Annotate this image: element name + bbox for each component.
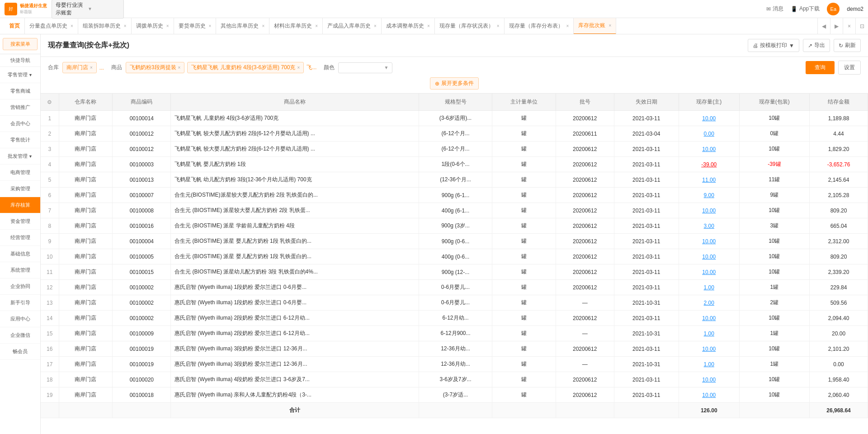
- sidebar-item-wholesale[interactable]: 批发管理 ▼: [0, 148, 40, 165]
- tab-next-btn[interactable]: ▶: [830, 18, 843, 34]
- tab-close-icon[interactable]: ×: [166, 24, 169, 28]
- sidebar-item-marketing[interactable]: 营销推广: [0, 99, 40, 116]
- app-download-btn[interactable]: 📱 App下载: [791, 5, 820, 13]
- print-btn[interactable]: 🖨 按模板打印 ▼: [748, 39, 799, 52]
- row-qty-main[interactable]: 10.00: [679, 372, 739, 387]
- tag-close-icon[interactable]: ×: [297, 65, 300, 70]
- row-qty-main[interactable]: 10.00: [679, 387, 739, 403]
- tab-prev-btn[interactable]: ◀: [817, 18, 830, 34]
- sidebar-item-app-center[interactable]: 应用中心: [0, 311, 40, 327]
- tab-close-icon[interactable]: ×: [71, 24, 73, 28]
- tab-close-icon[interactable]: ×: [209, 24, 212, 28]
- row-qty-main[interactable]: 1.00: [679, 326, 739, 341]
- tab-diaobо[interactable]: 调拨单历史 ×: [132, 18, 174, 34]
- tab-home[interactable]: 首页: [5, 18, 25, 34]
- filter-more-btn[interactable]: ...: [99, 65, 104, 71]
- row-unit: 罐: [492, 203, 556, 218]
- row-code: 00100007: [113, 188, 171, 203]
- tab-xiancunliang1[interactable]: 现存量（库存状况表） ×: [435, 18, 505, 34]
- table-total-row: 合计 126.00 26,968.64: [41, 403, 868, 418]
- tab-close-icon[interactable]: ×: [124, 24, 127, 28]
- tab-close-icon[interactable]: ×: [262, 24, 264, 28]
- export-btn[interactable]: ↗ 导出: [803, 39, 830, 52]
- tab-yaohuo[interactable]: 要货单历史 ×: [174, 18, 217, 34]
- tab-chancheng[interactable]: 产成品入库单历史 ×: [323, 18, 382, 34]
- tab-cailiao[interactable]: 材料出库单历史 ×: [269, 18, 323, 34]
- row-qty-main[interactable]: 10.00: [679, 203, 739, 218]
- expand-conditions-btn[interactable]: ⊕ 展开更多条件: [430, 77, 479, 90]
- sidebar-item-finance[interactable]: 资金管理: [0, 213, 40, 230]
- sidebar-item-purchase[interactable]: 采购管理: [0, 181, 40, 197]
- sidebar-item-newbie[interactable]: 新手引导: [0, 295, 40, 311]
- sidebar-item-retail-stats[interactable]: 零售统计: [0, 132, 40, 148]
- sidebar-item-wechat[interactable]: 企业微信: [0, 327, 40, 344]
- row-amount: 809.20: [810, 203, 868, 218]
- color-filter: 颜色 ▼: [324, 62, 392, 73]
- refresh-btn[interactable]: ↻ 刷新: [834, 39, 861, 52]
- search-menu-btn[interactable]: 搜索菜单: [3, 38, 38, 50]
- sidebar-item-ecommerce[interactable]: 电商管理: [0, 165, 40, 181]
- tab-close-icon[interactable]: ×: [315, 24, 318, 28]
- tab-fenliang[interactable]: 分量盘点单历史 ×: [25, 18, 78, 34]
- tag-close-icon[interactable]: ×: [178, 65, 181, 70]
- row-qty-main[interactable]: 2.00: [679, 295, 739, 311]
- message-btn[interactable]: ✉ 消息: [766, 5, 783, 13]
- row-spec: 6-12月幼...: [419, 311, 492, 326]
- tab-close-icon[interactable]: ×: [497, 24, 500, 28]
- tab-xiancunliang2[interactable]: 现存量（库存分布表） ×: [505, 18, 574, 34]
- quick-nav-btn[interactable]: 快捷导航: [0, 54, 40, 67]
- tab-close-all-btn[interactable]: ×: [843, 18, 855, 34]
- row-spec: 900g (0-6...: [419, 234, 492, 249]
- total-empty5: [492, 403, 556, 418]
- row-qty-main[interactable]: 9.00: [679, 188, 739, 203]
- row-qty-main[interactable]: 11.00: [679, 172, 739, 188]
- sidebar-item-member[interactable]: 会员中心: [0, 116, 40, 132]
- sidebar-item-retail-mall[interactable]: 零售商城: [0, 83, 40, 99]
- sidebar-item-member2[interactable]: 畅会员: [0, 344, 40, 360]
- tag-close-icon[interactable]: ×: [90, 65, 93, 70]
- row-qty-main[interactable]: 10.00: [679, 142, 739, 157]
- sidebar-item-retail-mgmt[interactable]: 零售管理 ▼: [0, 67, 40, 83]
- export-icon: ↗: [808, 42, 812, 49]
- tab-more-btn[interactable]: ⊡: [855, 18, 868, 34]
- tab-chengben[interactable]: 成本调整单历史 ×: [382, 18, 435, 34]
- store-selector[interactable]: 母婴行业演示账套 ▼: [52, 0, 124, 19]
- row-qty-main[interactable]: 10.00: [679, 341, 739, 357]
- sidebar-item-inventory[interactable]: 库存核算: [0, 197, 40, 213]
- tab-close-icon[interactable]: ×: [566, 24, 569, 28]
- tab-close-icon[interactable]: ×: [374, 24, 377, 28]
- tab-close-icon[interactable]: ×: [609, 23, 611, 28]
- sidebar-item-basic-info[interactable]: 基础信息: [0, 246, 40, 262]
- tab-close-icon[interactable]: ×: [427, 24, 430, 28]
- sidebar-item-enterprise[interactable]: 企业协同: [0, 278, 40, 295]
- row-expiry: 2021-03-11: [614, 234, 679, 249]
- query-btn[interactable]: 查询: [806, 61, 835, 74]
- tab-zuzhuang[interactable]: 组装拆卸单历史 ×: [78, 18, 132, 34]
- sidebar-item-operations[interactable]: 经营管理: [0, 230, 40, 246]
- row-batch: 20200612: [556, 311, 614, 326]
- product-tag-1: 飞鹤奶粉3段两提装 ×: [126, 62, 185, 73]
- row-batch: —: [556, 295, 614, 311]
- settings-icon[interactable]: ⚙: [47, 99, 52, 105]
- filter-more-products-btn[interactable]: 飞...: [307, 64, 316, 71]
- settings-btn[interactable]: 设置: [838, 61, 861, 75]
- row-qty-main[interactable]: 10.00: [679, 234, 739, 249]
- row-qty-main[interactable]: 1.00: [679, 280, 739, 295]
- row-unit: 罐: [492, 142, 556, 157]
- row-index: 14: [41, 311, 59, 326]
- row-qty-main[interactable]: 10.00: [679, 311, 739, 326]
- row-qty-main[interactable]: 0.00: [679, 126, 739, 142]
- row-qty-main[interactable]: 10.00: [679, 264, 739, 280]
- logo-text: 畅捷通好生意 标题版: [20, 3, 47, 15]
- row-qty-main[interactable]: 3.00: [679, 218, 739, 234]
- row-qty-main[interactable]: 10.00: [679, 249, 739, 264]
- row-batch: 20200612: [556, 234, 614, 249]
- row-index: 1: [41, 111, 59, 126]
- color-dropdown[interactable]: ▼: [338, 62, 392, 73]
- row-qty-main[interactable]: 10.00: [679, 111, 739, 126]
- row-qty-main[interactable]: -39.00: [679, 157, 739, 172]
- sidebar-item-system[interactable]: 系统管理: [0, 262, 40, 278]
- row-qty-main[interactable]: 1.00: [679, 357, 739, 372]
- tab-qitachuku[interactable]: 其他出库单历史 ×: [216, 18, 269, 34]
- tab-kucunpici[interactable]: 库存批次账 ×: [574, 18, 616, 34]
